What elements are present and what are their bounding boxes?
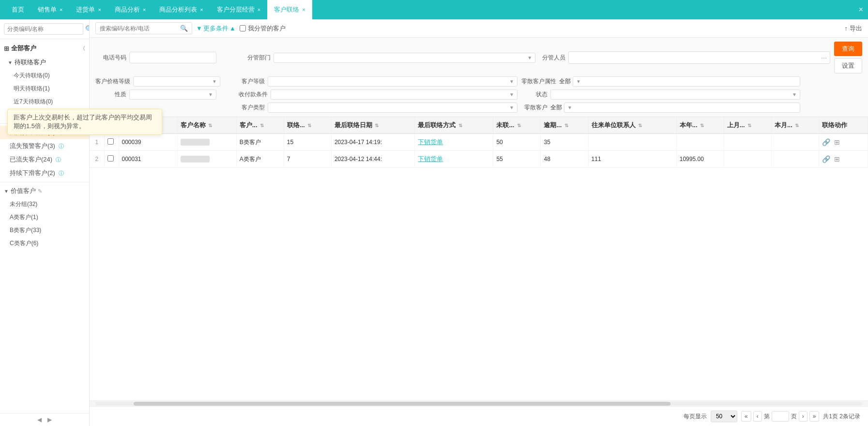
sidebar-price-customer-row[interactable]: ▼ 价值客户 ✎ (0, 184, 89, 198)
pending-contact-title[interactable]: ▼ 待联络客户 (4, 56, 89, 69)
sidebar-footer: ◀ ▶ (0, 413, 89, 426)
main-search-input[interactable] (100, 25, 178, 32)
nav-sales-order[interactable]: 销售单 × (31, 0, 69, 19)
row-2-link-icon[interactable]: 🔗 (822, 155, 830, 163)
status-select[interactable]: ▼ (550, 89, 800, 100)
next-page-button[interactable]: › (799, 411, 807, 422)
th-uncontacted[interactable]: 未联... ⇅ (493, 117, 541, 134)
horizontal-scrollbar[interactable] (90, 400, 868, 406)
sidebar-7days-contact[interactable]: 近7天待联络(0) (4, 95, 89, 108)
prev-page-button[interactable]: ‹ (753, 411, 762, 422)
last-page-button[interactable]: » (809, 411, 820, 422)
nav-home[interactable]: 首页 (5, 0, 31, 19)
payment-select[interactable]: ▼ (271, 89, 518, 100)
th-last-contact-date[interactable]: 最后联络日期 ⇅ (331, 117, 414, 134)
row-1-current-month (771, 134, 819, 151)
row-2-checkbox[interactable] (107, 155, 114, 162)
edit-icon-price[interactable]: ✎ (38, 188, 42, 194)
sidebar-already-lost[interactable]: 已流失客户(24) ⓘ (0, 153, 89, 166)
th-name[interactable]: 客户名称 ⇅ (178, 117, 237, 134)
sidebar-b-customer[interactable]: B类客户(33) (0, 224, 89, 237)
main-search-icon[interactable]: 🔍 (180, 25, 188, 32)
price-level-select[interactable]: ▼ (133, 76, 220, 87)
close-product-analysis-icon[interactable]: × (143, 7, 146, 13)
retail-attr-select[interactable]: ▼ (573, 76, 800, 87)
row-2-grid-icon[interactable]: ⊞ (834, 155, 840, 163)
th-current-year[interactable]: 本年... ⇅ (676, 117, 724, 134)
th-type[interactable]: 客户... ⇅ (236, 117, 284, 134)
sidebar-scroll-left-icon[interactable]: ◀ (34, 415, 45, 424)
nav-purchase-order[interactable]: 进货单 × (69, 0, 107, 19)
nav-customer-tier[interactable]: 客户分层经营 × (210, 0, 267, 19)
sidebar-scroll-right-icon[interactable]: ▶ (45, 415, 55, 424)
first-page-button[interactable]: « (741, 411, 751, 422)
row-2-current-year: 10995.00 (676, 151, 724, 168)
close-purchase-order-icon[interactable]: × (98, 7, 101, 13)
triangle-down-icon: ▼ (8, 60, 13, 65)
row-1-overdue: 35 (541, 134, 588, 151)
nav-product-analysis[interactable]: 商品分析 × (108, 0, 152, 19)
close-customer-contact-icon[interactable]: × (302, 7, 305, 13)
row-1-checkbox[interactable] (107, 138, 114, 145)
scrollbar-track[interactable] (95, 402, 862, 406)
manager-label: 分管人员 (539, 54, 568, 62)
sidebar-c-customer[interactable]: C类客户(6) (0, 237, 89, 250)
sidebar-search-icon[interactable]: 🔍 (85, 25, 90, 33)
close-sales-order-icon[interactable]: × (60, 7, 62, 13)
export-button[interactable]: ↑ 导出 (845, 24, 863, 33)
table-header-row: ⚙ 客户编码 ⇅ 客户名称 ⇅ 客户... ⇅ (90, 117, 868, 134)
retail-attr-chevron-icon: ▼ (576, 79, 581, 84)
row-2-method-link[interactable]: 下销货单 (418, 155, 443, 162)
nav-customer-contact[interactable]: 客户联络 × (267, 0, 312, 19)
row-2-last-contact-method: 下销货单 (415, 151, 493, 168)
sidebar-loss-warning[interactable]: 流失预警客户(3) ⓘ (0, 139, 89, 153)
tooltip-box: 距客户上次交易时长，超过了此客户的平均交易周期的1.5倍，则视为异常。 (7, 109, 89, 135)
th-overdue[interactable]: 逾期... ⇅ (541, 117, 588, 134)
page-input[interactable]: 1 (772, 411, 789, 422)
nav-product-analysis-list[interactable]: 商品分析列表 × (152, 0, 210, 19)
row-1-method-link[interactable]: 下销货单 (418, 138, 443, 146)
query-button[interactable]: 查询 (834, 42, 862, 56)
close-customer-tier-icon[interactable]: × (258, 7, 260, 13)
department-chevron-icon: ▼ (527, 55, 532, 60)
table-row: 1 000039 B类客户 15 2023-04-17 14:19: (90, 134, 868, 151)
sidebar-declining[interactable]: 持续下滑客户(2) ⓘ (0, 166, 89, 180)
th-last-contact-method[interactable]: 最后联络方式 ⇅ (415, 117, 493, 134)
settings-button[interactable]: 设置 (834, 58, 862, 73)
department-select[interactable]: ▼ (274, 53, 535, 63)
th-unit-contact[interactable]: 往来单位联系人 ⇅ (588, 117, 676, 134)
row-1-name-blurred (181, 139, 210, 146)
row-1-link-icon[interactable]: 🔗 (822, 138, 830, 146)
sidebar-search-input[interactable] (4, 23, 83, 35)
row-1-grid-icon[interactable]: ⊞ (834, 138, 840, 146)
retail-customer-select[interactable]: ▼ (564, 103, 800, 113)
customer-level-select[interactable]: ▼ (268, 76, 518, 87)
gender-select[interactable]: ▼ (129, 89, 216, 100)
row-1-checkbox-cell (104, 134, 119, 151)
phone-input[interactable] (129, 52, 216, 63)
close-all-tabs-button[interactable]: × (859, 5, 863, 14)
gender-label: 性质 (95, 90, 129, 99)
manager-select[interactable]: ··· (568, 51, 830, 64)
sidebar-all-customers[interactable]: ⊞ 全部客户 〈 (0, 41, 89, 56)
content-area: 🔍 ▼ 更多条件 ▲ 我分管的客户 ↑ 导出 电话号码 (90, 19, 868, 426)
more-conditions-button[interactable]: ▼ 更多条件 ▲ (196, 24, 236, 33)
my-customer-checkbox[interactable] (240, 25, 246, 31)
row-1-actions: 🔗 ⊞ (822, 138, 865, 146)
close-product-analysis-list-icon[interactable]: × (200, 7, 203, 13)
sidebar-a-customer[interactable]: A类客户(1) (0, 211, 89, 224)
sidebar-tomorrow-contact[interactable]: 明天待联络(1) (4, 82, 89, 95)
th-current-month[interactable]: 本月... ⇅ (771, 117, 819, 134)
page-suffix: 页 (791, 412, 797, 421)
sidebar-ungroup[interactable]: 未分组(32) (0, 198, 89, 211)
sort-icon-unit: ⇅ (638, 123, 642, 128)
sort-icon-current-month: ⇅ (795, 123, 799, 128)
scrollbar-thumb[interactable] (134, 402, 670, 406)
status-label: 状态 (521, 90, 550, 99)
sidebar-collapse-icon[interactable]: 〈 (80, 45, 85, 52)
th-last-month[interactable]: 上月... ⇅ (724, 117, 771, 134)
th-contact-count[interactable]: 联络... ⇅ (284, 117, 331, 134)
customer-type-select[interactable]: ▼ (268, 103, 518, 113)
page-size-select[interactable]: 50 10 20 100 (711, 411, 737, 422)
sidebar-today-contact[interactable]: 今天待联络(0) (4, 69, 89, 82)
